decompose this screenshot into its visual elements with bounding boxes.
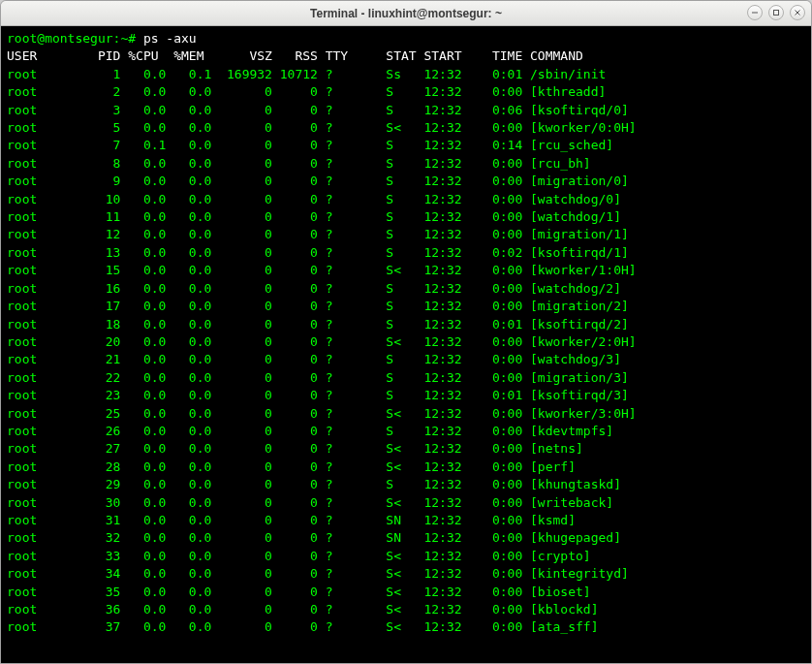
- process-row: root 1 0.0 0.1 169932 10712 ? Ss 12:32 0…: [7, 66, 805, 83]
- process-row: root 32 0.0 0.0 0 0 ? SN 12:32 0:00 [khu…: [7, 529, 805, 547]
- close-button[interactable]: [790, 5, 805, 20]
- process-row: root 2 0.0 0.0 0 0 ? S 12:32 0:00 [kthre…: [7, 83, 805, 101]
- process-row: root 11 0.0 0.0 0 0 ? S 12:32 0:00 [watc…: [7, 208, 805, 226]
- process-row: root 18 0.0 0.0 0 0 ? S 12:32 0:01 [ksof…: [7, 316, 805, 333]
- svg-rect-1: [774, 11, 779, 16]
- process-row: root 31 0.0 0.0 0 0 ? SN 12:32 0:00 [ksm…: [7, 512, 805, 529]
- window-controls: [747, 5, 805, 20]
- process-row: root 15 0.0 0.0 0 0 ? S< 12:32 0:00 [kwo…: [7, 262, 805, 279]
- process-row: root 12 0.0 0.0 0 0 ? S 12:32 0:00 [migr…: [7, 226, 805, 243]
- prompt-line: root@montsegur:~# ps -axu: [7, 30, 805, 47]
- process-row: root 8 0.0 0.0 0 0 ? S 12:32 0:00 [rcu_b…: [7, 155, 805, 173]
- process-row: root 34 0.0 0.0 0 0 ? S< 12:32 0:00 [kin…: [7, 565, 805, 583]
- process-row: root 36 0.0 0.0 0 0 ? S< 12:32 0:00 [kbl…: [7, 601, 805, 618]
- process-row: root 9 0.0 0.0 0 0 ? S 12:32 0:00 [migra…: [7, 173, 805, 190]
- process-header: USER PID %CPU %MEM VSZ RSS TTY STAT STAR…: [7, 47, 805, 65]
- process-row: root 7 0.1 0.0 0 0 ? S 12:32 0:14 [rcu_s…: [7, 137, 805, 154]
- process-row: root 13 0.0 0.0 0 0 ? S 12:32 0:02 [ksof…: [7, 244, 805, 262]
- process-row: root 26 0.0 0.0 0 0 ? S 12:32 0:00 [kdev…: [7, 423, 805, 440]
- process-row: root 22 0.0 0.0 0 0 ? S 12:32 0:00 [migr…: [7, 369, 805, 387]
- process-row: root 20 0.0 0.0 0 0 ? S< 12:32 0:00 [kwo…: [7, 333, 805, 351]
- process-row: root 5 0.0 0.0 0 0 ? S< 12:32 0:00 [kwor…: [7, 119, 805, 137]
- process-row: root 29 0.0 0.0 0 0 ? S 12:32 0:00 [khun…: [7, 476, 805, 493]
- terminal-window: Terminal - linuxhint@montsegur: ~ root@m…: [0, 0, 812, 664]
- process-row: root 27 0.0 0.0 0 0 ? S< 12:32 0:00 [net…: [7, 440, 805, 458]
- titlebar[interactable]: Terminal - linuxhint@montsegur: ~: [1, 1, 811, 26]
- process-row: root 25 0.0 0.0 0 0 ? S< 12:32 0:00 [kwo…: [7, 405, 805, 423]
- prompt-text: root@montsegur:~#: [7, 31, 136, 46]
- process-row: root 23 0.0 0.0 0 0 ? S 12:32 0:01 [ksof…: [7, 387, 805, 404]
- process-row: root 37 0.0 0.0 0 0 ? S< 12:32 0:00 [ata…: [7, 618, 805, 636]
- process-row: root 10 0.0 0.0 0 0 ? S 12:32 0:00 [watc…: [7, 191, 805, 208]
- minimize-button[interactable]: [747, 5, 763, 20]
- process-row: root 21 0.0 0.0 0 0 ? S 12:32 0:00 [watc…: [7, 351, 805, 368]
- minimize-icon: [751, 9, 759, 16]
- process-row: root 35 0.0 0.0 0 0 ? S< 12:32 0:00 [bio…: [7, 584, 805, 601]
- process-row: root 33 0.0 0.0 0 0 ? S< 12:32 0:00 [cry…: [7, 548, 805, 565]
- maximize-button[interactable]: [768, 5, 784, 20]
- command-text: ps -axu: [143, 31, 197, 46]
- maximize-icon: [772, 9, 780, 16]
- process-row: root 16 0.0 0.0 0 0 ? S 12:32 0:00 [watc…: [7, 280, 805, 298]
- process-row: root 30 0.0 0.0 0 0 ? S< 12:32 0:00 [wri…: [7, 494, 805, 512]
- window-title: Terminal - linuxhint@montsegur: ~: [1, 7, 811, 20]
- close-icon: [794, 9, 801, 16]
- terminal-output[interactable]: root@montsegur:~# ps -axuUSER PID %CPU %…: [1, 26, 811, 663]
- process-row: root 28 0.0 0.0 0 0 ? S< 12:32 0:00 [per…: [7, 458, 805, 476]
- process-row: root 17 0.0 0.0 0 0 ? S 12:32 0:00 [migr…: [7, 298, 805, 315]
- process-row: root 3 0.0 0.0 0 0 ? S 12:32 0:06 [ksoft…: [7, 102, 805, 119]
